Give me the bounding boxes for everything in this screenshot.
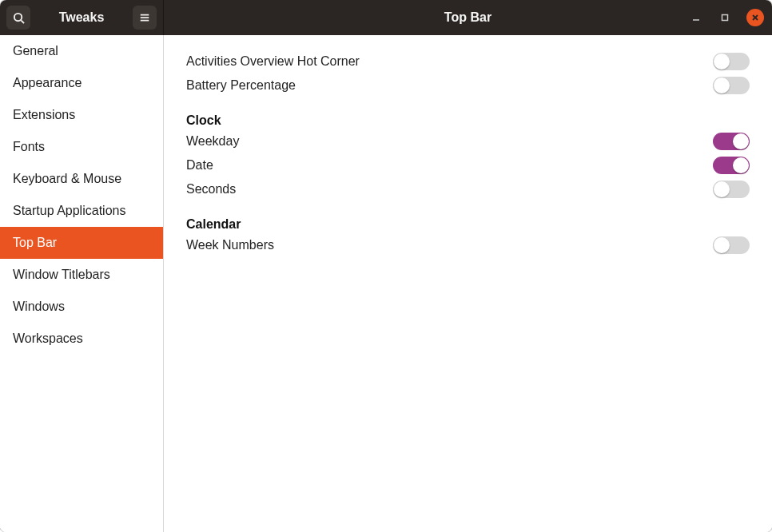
setting-row-week-numbers: Week Numbers	[186, 233, 750, 257]
app-window: Tweaks Top Bar	[0, 0, 772, 532]
sidebar-item-label: Window Titlebars	[13, 268, 110, 281]
titlebar-right: Top Bar	[164, 0, 772, 35]
sidebar-item-label: Keyboard & Mouse	[13, 172, 121, 185]
minimize-icon	[692, 14, 700, 22]
close-button[interactable]	[746, 9, 764, 26]
setting-row-seconds: Seconds	[186, 177, 750, 201]
sidebar-item-label: Extensions	[13, 108, 75, 121]
minimize-button[interactable]	[689, 10, 703, 25]
setting-label: Activities Overview Hot Corner	[186, 54, 360, 69]
toggle-date[interactable]	[713, 157, 750, 174]
toggle-knob	[714, 77, 730, 93]
toggle-knob	[733, 157, 749, 173]
titlebar: Tweaks Top Bar	[0, 0, 772, 35]
page-title: Top Bar	[444, 10, 491, 25]
sidebar-item-label: Appearance	[13, 76, 82, 89]
search-button[interactable]	[6, 6, 30, 30]
maximize-icon	[721, 14, 729, 22]
toggle-battery-percentage[interactable]	[713, 77, 750, 94]
setting-label: Date	[186, 158, 213, 173]
maximize-button[interactable]	[718, 10, 732, 25]
section-header-calendar: Calendar	[186, 217, 750, 232]
window-controls	[689, 9, 764, 26]
setting-label: Week Numbers	[186, 238, 274, 252]
hamburger-icon	[139, 12, 150, 23]
sidebar-item-label: Startup Applications	[13, 204, 125, 217]
setting-label: Weekday	[186, 134, 239, 149]
sidebar-item-label: Top Bar	[13, 236, 57, 249]
content-panel: Activities Overview Hot CornerBattery Pe…	[164, 35, 772, 532]
menu-button[interactable]	[133, 6, 157, 30]
sidebar-item-label: Windows	[13, 300, 65, 313]
svg-rect-6	[722, 15, 728, 21]
svg-line-1	[21, 20, 24, 23]
search-icon	[13, 12, 25, 24]
setting-row-weekday: Weekday	[186, 129, 750, 153]
sidebar-item-startup-applications[interactable]: Startup Applications	[0, 195, 163, 227]
setting-label: Seconds	[186, 182, 236, 197]
sidebar-item-appearance[interactable]: Appearance	[0, 67, 163, 99]
setting-row-activities-overview-hot-corner: Activities Overview Hot Corner	[186, 50, 750, 73]
toggle-weekday[interactable]	[713, 133, 750, 150]
toggle-knob	[733, 133, 749, 149]
svg-point-0	[14, 13, 21, 20]
sidebar-item-label: Workspaces	[13, 332, 83, 345]
toggle-seconds[interactable]	[713, 181, 750, 198]
setting-label: Battery Percentage	[186, 78, 296, 93]
setting-row-date: Date	[186, 153, 750, 177]
setting-row-battery-percentage: Battery Percentage	[186, 73, 750, 97]
toggle-activities-overview-hot-corner[interactable]	[713, 53, 750, 70]
sidebar-item-label: General	[13, 44, 58, 58]
toggle-knob	[714, 54, 730, 69]
section-header-clock: Clock	[186, 113, 750, 128]
sidebar-item-workspaces[interactable]: Workspaces	[0, 323, 163, 355]
titlebar-left: Tweaks	[0, 0, 164, 35]
close-icon	[751, 14, 759, 22]
sidebar-item-extensions[interactable]: Extensions	[0, 99, 163, 131]
sidebar-item-label: Fonts	[13, 140, 45, 153]
sidebar-item-top-bar[interactable]: Top Bar	[0, 227, 163, 259]
sidebar-item-general[interactable]: General	[0, 35, 163, 67]
window-body: GeneralAppearanceExtensionsFontsKeyboard…	[0, 35, 772, 532]
sidebar-item-keyboard-mouse[interactable]: Keyboard & Mouse	[0, 163, 163, 195]
toggle-knob	[714, 181, 730, 197]
sidebar-item-windows[interactable]: Windows	[0, 291, 163, 323]
sidebar-item-fonts[interactable]: Fonts	[0, 131, 163, 163]
sidebar-item-window-titlebars[interactable]: Window Titlebars	[0, 259, 163, 291]
toggle-week-numbers[interactable]	[713, 236, 750, 254]
sidebar: GeneralAppearanceExtensionsFontsKeyboard…	[0, 35, 164, 532]
app-title: Tweaks	[30, 10, 133, 25]
toggle-knob	[714, 237, 730, 253]
